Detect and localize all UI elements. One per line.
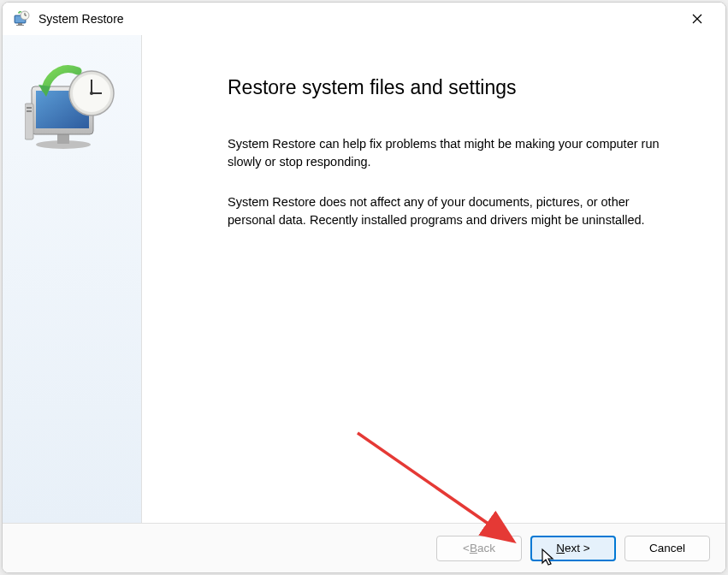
svg-rect-3 (16, 25, 24, 26)
system-restore-dialog: System Restore (2, 2, 726, 573)
content-area: Restore system files and settings System… (3, 35, 725, 523)
next-button[interactable]: Next > (530, 536, 616, 561)
close-button[interactable] (679, 5, 715, 33)
svg-rect-11 (57, 133, 69, 144)
svg-rect-21 (27, 107, 32, 109)
window-title: System Restore (38, 12, 679, 26)
svg-rect-20 (25, 104, 33, 139)
page-heading: Restore system files and settings (228, 76, 674, 99)
svg-rect-22 (27, 110, 32, 112)
back-button[interactable]: < Back (436, 536, 522, 561)
svg-rect-2 (18, 23, 22, 25)
main-content: Restore system files and settings System… (142, 35, 725, 523)
titlebar: System Restore (3, 3, 725, 35)
description-paragraph-1: System Restore can help fix problems tha… (228, 135, 664, 171)
system-restore-icon (25, 61, 119, 155)
svg-point-18 (90, 92, 93, 95)
wizard-footer: < Back Next > Cancel (3, 523, 725, 572)
cancel-button[interactable]: Cancel (624, 536, 710, 561)
app-icon (13, 10, 30, 27)
wizard-sidebar (3, 35, 142, 523)
description-paragraph-2: System Restore does not affect any of yo… (228, 193, 664, 229)
